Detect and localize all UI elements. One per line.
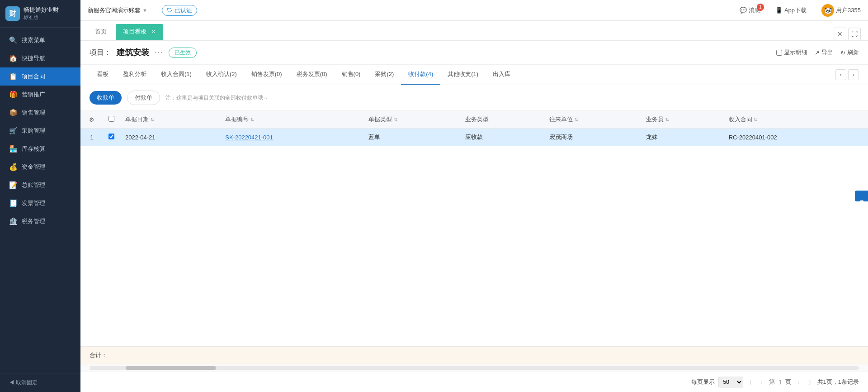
tab-project-board[interactable]: 项目看板 ✕: [116, 24, 163, 40]
subtab-tax-invoice-label: 税务发票(0): [297, 71, 327, 77]
tab-home[interactable]: 首页: [88, 24, 114, 40]
tab-close-icon[interactable]: ✕: [151, 28, 156, 35]
subtab-sales-invoice[interactable]: 销售发票(0): [244, 65, 289, 85]
search-icon: 🔍: [9, 36, 17, 44]
row-num: 1: [80, 129, 103, 146]
subtab-purchase-label: 采购(2): [375, 71, 394, 77]
sidebar-item-inventory[interactable]: 🏪 库存核算: [0, 140, 80, 158]
sidebar-item-tax[interactable]: 🏦 税务管理: [0, 212, 80, 230]
subtab-next-button[interactable]: ›: [848, 69, 859, 80]
select-all-checkbox[interactable]: [108, 116, 114, 122]
app-info: 畅捷通好业财 标准版: [24, 6, 59, 21]
app-download-button[interactable]: 📱 App下载: [775, 6, 807, 14]
subtab-income-contract[interactable]: 收入合同(1): [154, 65, 199, 85]
tabbar-controls: ✕ ⛶: [834, 28, 861, 40]
sidebar-item-marketing[interactable]: 🎁 营销推广: [0, 86, 80, 104]
col-header-date[interactable]: 单据日期 ⇅: [120, 111, 220, 129]
payment-tab-button[interactable]: 付款单: [127, 91, 160, 105]
refresh-button[interactable]: ↻ 刷新: [840, 48, 859, 57]
sort-icon-number: ⇅: [250, 117, 254, 122]
subtab-sales-label: 销售(0): [342, 71, 361, 77]
col-header-income-contract[interactable]: 收入合同 ⇅: [723, 111, 868, 129]
show-detail-checkbox-label[interactable]: 显示明细: [776, 48, 807, 57]
subtab-profit[interactable]: 盈利分析: [116, 65, 154, 85]
account-selector[interactable]: 新服务官网演示账套 ▼: [88, 6, 147, 14]
sidebar: 财 畅捷通好业财 标准版 🔍 搜索菜单 🏠 快捷导航 📋 项目合同 🎁 营销推广…: [0, 0, 80, 392]
subtab-other-payment[interactable]: 其他收支(1): [440, 65, 486, 85]
sidebar-item-search[interactable]: 🔍 搜索菜单: [0, 31, 80, 49]
subtab-tax-invoice[interactable]: 税务发票(0): [289, 65, 335, 85]
sidebar-item-quicknav[interactable]: 🏠 快捷导航: [0, 49, 80, 67]
messages-badge: 1: [757, 4, 764, 11]
subtab-board[interactable]: 看板: [90, 65, 116, 85]
row-salesman: 龙妹: [641, 129, 723, 146]
next-page-button[interactable]: ›: [795, 378, 802, 387]
sidebar-item-project[interactable]: 📋 项目合同: [0, 67, 80, 86]
tabbar: 首页 项目看板 ✕ ✕ ⛶: [80, 21, 868, 41]
tab-project-board-label: 项目看板: [123, 28, 146, 35]
sidebar-label-quicknav: 快捷导航: [22, 54, 45, 62]
col-header-partner[interactable]: 往来单位 ⇅: [544, 111, 641, 129]
sidebar-label-purchase: 采购管理: [22, 127, 45, 135]
row-type: 蓝单: [363, 129, 460, 146]
col-header-type[interactable]: 单据类型 ⇅: [363, 111, 460, 129]
close-tab-button[interactable]: ✕: [834, 28, 846, 40]
subtab-purchase[interactable]: 采购(2): [368, 65, 401, 85]
more-options-button[interactable]: ···: [155, 48, 163, 57]
per-page-select[interactable]: 50 100 200: [718, 377, 743, 387]
row-checkbox[interactable]: [108, 134, 114, 139]
account-name: 新服务官网演示账套: [88, 6, 141, 14]
tax-icon: 🏦: [9, 217, 17, 225]
sidebar-unpin-button[interactable]: ◀ 取消固定: [0, 373, 80, 392]
prev-page-button[interactable]: ‹: [758, 378, 765, 387]
marketing-icon: 🎁: [9, 91, 17, 99]
subtab-income-confirm[interactable]: 收入确认(2): [199, 65, 244, 85]
subtab-payment[interactable]: 收付款(4): [401, 65, 440, 85]
refresh-label: 刷新: [847, 48, 859, 57]
row-income-contract: RC-20220401-002: [723, 129, 868, 146]
row-date: 2022-04-21: [120, 129, 220, 146]
subtab-sales[interactable]: 销售(0): [335, 65, 368, 85]
sidebar-label-tax: 税务管理: [22, 217, 45, 225]
receipt-tab-button[interactable]: 收款单: [90, 91, 122, 105]
app-version: 标准版: [24, 14, 59, 21]
sort-icon-salesman: ⇅: [665, 117, 669, 122]
payment-note: 注：这里是与项目关联的全部收付款单哦～: [165, 94, 269, 102]
settings-icon: ⚙: [89, 116, 94, 123]
scrollbar-thumb[interactable]: [126, 366, 216, 370]
col-header-settings[interactable]: ⚙: [80, 111, 103, 129]
row-number[interactable]: SK-20220421-001: [220, 129, 363, 146]
table-row[interactable]: 1 2022-04-21 SK-20220421-001 蓝单 应收款 宏茂商场…: [80, 129, 868, 146]
sidebar-label-inventory: 库存核算: [22, 145, 45, 153]
sidebar-item-invoice[interactable]: 🧾 发票管理: [0, 194, 80, 212]
tab-home-label: 首页: [95, 28, 107, 35]
row-number-link[interactable]: SK-20220421-001: [225, 134, 273, 141]
user-menu[interactable]: 🐼 用户3355: [821, 4, 861, 17]
sidebar-label-marketing: 营销推广: [22, 91, 45, 99]
last-page-button[interactable]: ⟩: [806, 378, 814, 387]
receipt-tab-label: 收款单: [97, 94, 114, 101]
subtab-nav: ‹ ›: [835, 69, 859, 80]
sidebar-item-purchase[interactable]: 🛒 采购管理: [0, 122, 80, 140]
subtab-inout-label: 出入库: [493, 71, 510, 77]
sidebar-item-funds[interactable]: 💰 资金管理: [0, 158, 80, 176]
show-detail-checkbox[interactable]: [776, 50, 782, 56]
feedback-button[interactable]: 意见反馈: [855, 191, 868, 201]
export-label: 导出: [821, 48, 833, 57]
export-button[interactable]: ↗ 导出: [815, 48, 833, 57]
per-page-label: 每页显示: [691, 378, 715, 386]
sidebar-header: 财 畅捷通好业财 标准版: [0, 0, 80, 28]
messages-button[interactable]: 💬 消息 1: [740, 6, 760, 14]
subtab-prev-button[interactable]: ‹: [835, 69, 846, 80]
col-header-number[interactable]: 单据编号 ⇅: [220, 111, 363, 129]
sidebar-item-sales[interactable]: 📦 销售管理: [0, 104, 80, 122]
sidebar-item-ledger[interactable]: 📝 总账管理: [0, 176, 80, 194]
purchase-icon: 🛒: [9, 127, 17, 135]
first-page-button[interactable]: ⟨: [747, 378, 755, 387]
col-header-salesman[interactable]: 业务员 ⇅: [641, 111, 723, 129]
total-label: 合计：: [90, 352, 107, 359]
sort-icon-type: ⇅: [394, 117, 397, 122]
subtab-inout[interactable]: 出入库: [486, 65, 518, 85]
project-title: 建筑安装: [117, 47, 149, 58]
maximize-tab-button[interactable]: ⛶: [848, 28, 861, 40]
